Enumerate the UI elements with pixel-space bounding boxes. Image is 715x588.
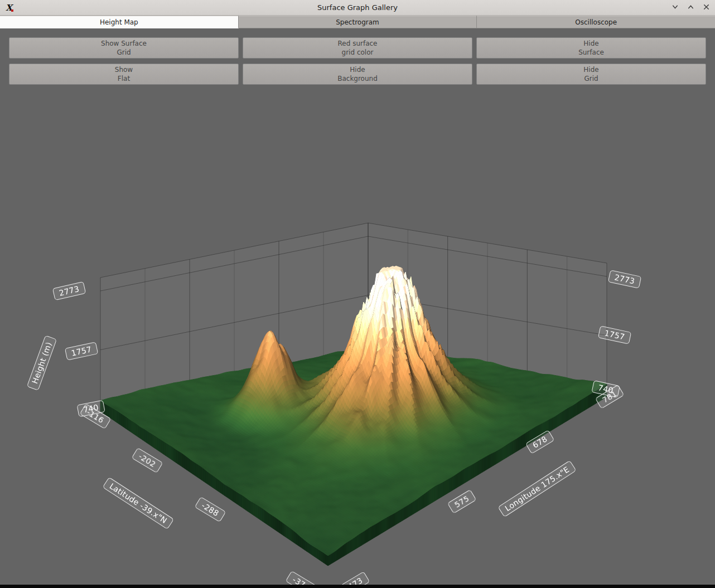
tab-bar: Height Map Spectrogram Oscilloscope bbox=[0, 16, 715, 28]
hide-grid-button[interactable]: HideGrid bbox=[476, 64, 706, 85]
tab-height-map[interactable]: Height Map bbox=[0, 16, 239, 28]
shade-button[interactable] bbox=[670, 3, 679, 12]
show-flat-button[interactable]: ShowFlat bbox=[9, 64, 239, 85]
maximize-button[interactable] bbox=[686, 3, 695, 12]
chevron-down-icon bbox=[671, 3, 679, 12]
window-controls bbox=[670, 0, 711, 16]
close-icon bbox=[703, 3, 710, 12]
app-icon: X bbox=[4, 3, 13, 13]
button-label: Red surface bbox=[243, 39, 472, 48]
app-window: X Surface Graph Gallery Height Map Spect… bbox=[0, 0, 715, 588]
titlebar[interactable]: X Surface Graph Gallery bbox=[0, 0, 715, 16]
button-label: grid color bbox=[243, 48, 472, 57]
button-label: Hide bbox=[477, 39, 706, 48]
tab-pane: Show SurfaceGrid Red surfacegrid color H… bbox=[0, 28, 715, 85]
hide-surface-button[interactable]: HideSurface bbox=[476, 37, 706, 59]
app-icon-accent bbox=[11, 9, 13, 12]
window-title: Surface Graph Gallery bbox=[0, 3, 715, 12]
hide-background-button[interactable]: HideBackground bbox=[243, 64, 472, 85]
window-bottom-edge bbox=[0, 585, 715, 588]
chevron-up-icon bbox=[687, 3, 694, 12]
button-label: Show Surface bbox=[9, 39, 238, 48]
surface-3d-view[interactable]: -116 -202 -288 -374 473 575 678 781 2773… bbox=[0, 89, 715, 588]
tab-oscilloscope[interactable]: Oscilloscope bbox=[477, 16, 715, 28]
button-label: Background bbox=[243, 74, 472, 83]
button-label: Show bbox=[9, 65, 238, 74]
button-label: Grid bbox=[9, 48, 238, 57]
show-surface-grid-button[interactable]: Show SurfaceGrid bbox=[9, 37, 239, 59]
button-label: Hide bbox=[477, 65, 706, 74]
button-label: Grid bbox=[477, 74, 706, 83]
red-surface-grid-color-button[interactable]: Red surfacegrid color bbox=[243, 37, 472, 59]
button-label: Surface bbox=[477, 48, 706, 57]
close-button[interactable] bbox=[702, 3, 711, 12]
button-label: Flat bbox=[9, 74, 238, 83]
button-label: Hide bbox=[243, 65, 472, 74]
control-button-grid: Show SurfaceGrid Red surfacegrid color H… bbox=[0, 28, 715, 85]
tab-spectrogram[interactable]: Spectrogram bbox=[239, 16, 477, 28]
